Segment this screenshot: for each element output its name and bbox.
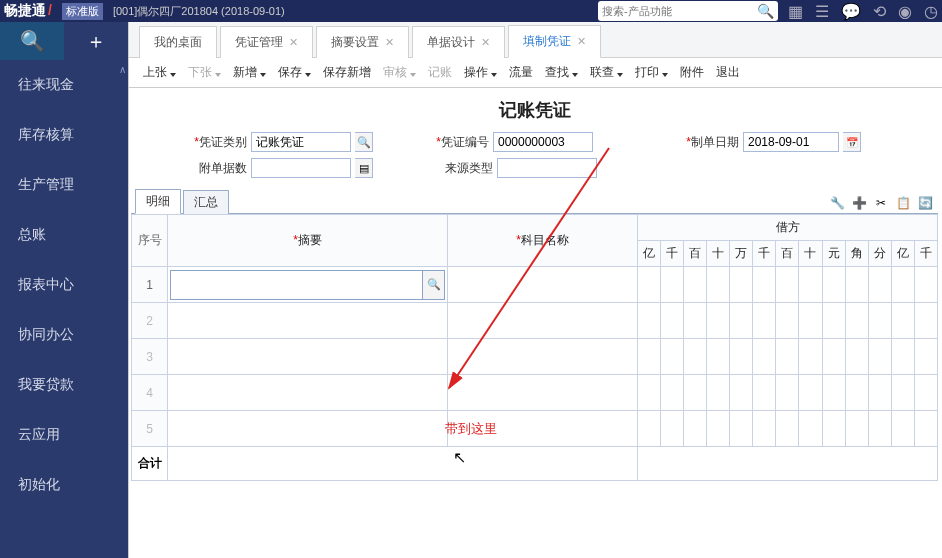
list-icon[interactable]: ☰: [815, 2, 829, 21]
tab[interactable]: 凭证管理✕: [220, 26, 313, 58]
digit-cell[interactable]: [776, 267, 799, 303]
attachments-input[interactable]: [251, 158, 351, 178]
grid-icon[interactable]: ▦: [788, 2, 803, 21]
digit-cell[interactable]: [638, 303, 661, 339]
digit-cell[interactable]: [684, 411, 707, 447]
toolbar-item[interactable]: 保存新增: [319, 61, 375, 84]
digit-cell[interactable]: [891, 267, 914, 303]
clock-icon[interactable]: ◷: [924, 2, 938, 21]
subject-cell[interactable]: [448, 303, 638, 339]
tab[interactable]: 填制凭证✕: [508, 25, 601, 58]
digit-cell[interactable]: [661, 267, 684, 303]
digit-cell[interactable]: [730, 303, 753, 339]
grid-icon-1[interactable]: 🔧: [828, 195, 846, 211]
top-search[interactable]: 🔍: [598, 1, 778, 21]
digit-cell[interactable]: [776, 303, 799, 339]
digit-cell[interactable]: [799, 339, 822, 375]
digit-cell[interactable]: [799, 303, 822, 339]
digit-cell[interactable]: [753, 303, 776, 339]
digit-cell[interactable]: [753, 267, 776, 303]
digit-cell[interactable]: [868, 303, 891, 339]
sidebar-item[interactable]: 初始化: [0, 460, 128, 510]
grid-icon-2[interactable]: ➕: [850, 195, 868, 211]
voucher-no-input[interactable]: [493, 132, 593, 152]
digit-cell[interactable]: [914, 303, 937, 339]
sidebar-item[interactable]: 总账: [0, 210, 128, 260]
digit-cell[interactable]: [753, 411, 776, 447]
digit-cell[interactable]: [914, 375, 937, 411]
digit-cell[interactable]: [661, 375, 684, 411]
digit-cell[interactable]: [684, 339, 707, 375]
subtab[interactable]: 明细: [135, 189, 181, 214]
toolbar-item[interactable]: 流量: [505, 61, 537, 84]
digit-cell[interactable]: [661, 339, 684, 375]
calendar-icon[interactable]: 📅: [843, 132, 861, 152]
subject-cell[interactable]: [448, 267, 638, 303]
chat-icon[interactable]: 💬: [841, 2, 861, 21]
digit-cell[interactable]: [868, 411, 891, 447]
digit-cell[interactable]: [868, 339, 891, 375]
grid-icon-5[interactable]: 🔄: [916, 195, 934, 211]
toolbar-item[interactable]: 操作: [460, 61, 501, 84]
sidebar-collapse-icon[interactable]: ∧: [119, 64, 126, 75]
digit-cell[interactable]: [845, 339, 868, 375]
digit-cell[interactable]: [638, 375, 661, 411]
sidebar-search-button[interactable]: 🔍: [0, 22, 64, 60]
digit-cell[interactable]: [707, 303, 730, 339]
subject-cell[interactable]: [448, 375, 638, 411]
digit-cell[interactable]: [845, 411, 868, 447]
tab[interactable]: 我的桌面: [139, 26, 217, 58]
sidebar-add-button[interactable]: ＋: [64, 22, 128, 60]
sidebar-item[interactable]: 云应用: [0, 410, 128, 460]
digit-cell[interactable]: [730, 339, 753, 375]
close-icon[interactable]: ✕: [289, 36, 298, 49]
digit-cell[interactable]: [822, 411, 845, 447]
digit-cell[interactable]: [799, 375, 822, 411]
summary-cell[interactable]: [168, 375, 448, 411]
toolbar-item[interactable]: 附件: [676, 61, 708, 84]
sidebar-item[interactable]: 我要贷款: [0, 360, 128, 410]
digit-cell[interactable]: [776, 339, 799, 375]
attachments-stepper-icon[interactable]: ▤: [355, 158, 373, 178]
digit-cell[interactable]: [914, 339, 937, 375]
toolbar-item[interactable]: 查找: [541, 61, 582, 84]
close-icon[interactable]: ✕: [577, 35, 586, 48]
digit-cell[interactable]: [822, 303, 845, 339]
digit-cell[interactable]: [753, 375, 776, 411]
digit-cell[interactable]: [684, 267, 707, 303]
close-icon[interactable]: ✕: [481, 36, 490, 49]
sidebar-item[interactable]: 往来现金: [0, 60, 128, 110]
toolbar-item[interactable]: 退出: [712, 61, 744, 84]
digit-cell[interactable]: [707, 339, 730, 375]
search-icon[interactable]: 🔍: [757, 3, 774, 19]
digit-cell[interactable]: [891, 411, 914, 447]
digit-cell[interactable]: [822, 375, 845, 411]
digit-cell[interactable]: [822, 267, 845, 303]
subject-cell[interactable]: [448, 339, 638, 375]
close-icon[interactable]: ✕: [385, 36, 394, 49]
voucher-type-lookup-icon[interactable]: 🔍: [355, 132, 373, 152]
sidebar-item[interactable]: 库存核算: [0, 110, 128, 160]
sidebar-item[interactable]: 生产管理: [0, 160, 128, 210]
grid-icon-3[interactable]: ✂: [872, 195, 890, 211]
globe-icon[interactable]: ◉: [898, 2, 912, 21]
digit-cell[interactable]: [799, 411, 822, 447]
digit-cell[interactable]: [868, 375, 891, 411]
digit-cell[interactable]: [891, 303, 914, 339]
digit-cell[interactable]: [868, 267, 891, 303]
digit-cell[interactable]: [661, 411, 684, 447]
digit-cell[interactable]: [684, 303, 707, 339]
digit-cell[interactable]: [684, 375, 707, 411]
summary-lookup-icon[interactable]: 🔍: [422, 271, 444, 299]
tab[interactable]: 单据设计✕: [412, 26, 505, 58]
digit-cell[interactable]: [707, 267, 730, 303]
digit-cell[interactable]: [845, 375, 868, 411]
source-type-input[interactable]: [497, 158, 597, 178]
toolbar-item[interactable]: 保存: [274, 61, 315, 84]
digit-cell[interactable]: [799, 267, 822, 303]
digit-cell[interactable]: [661, 303, 684, 339]
summary-cell[interactable]: [168, 339, 448, 375]
digit-cell[interactable]: [822, 339, 845, 375]
digit-cell[interactable]: [753, 339, 776, 375]
make-date-input[interactable]: [743, 132, 839, 152]
